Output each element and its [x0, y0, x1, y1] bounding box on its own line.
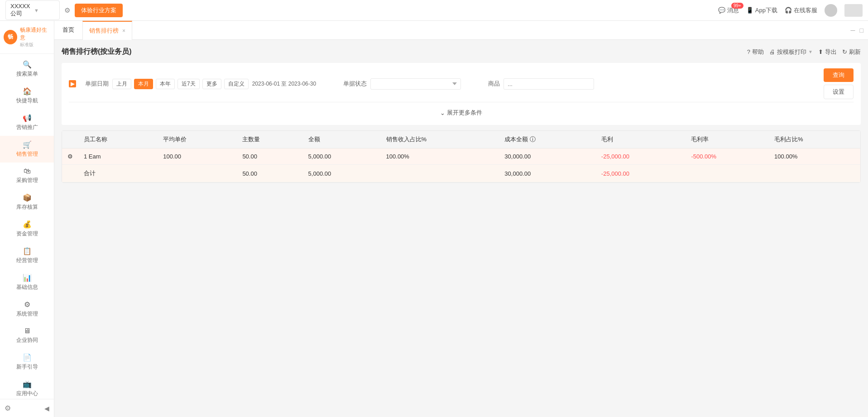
date-btn-更多[interactable]: 更多	[202, 79, 221, 89]
refresh-button[interactable]: ↻ 刷新	[842, 48, 861, 56]
sidebar-item-采购管理[interactable]: 🛍采购管理	[0, 163, 54, 189]
nav-icon-9: ⚙	[24, 300, 30, 309]
app-download-button[interactable]: 📱 App下载	[746, 6, 777, 14]
sidebar-item-库存核算[interactable]: 📦库存核算	[0, 189, 54, 216]
message-button[interactable]: 💬 消息 99+	[718, 6, 739, 14]
footer-cell-5	[381, 165, 499, 182]
date-btn-自定义[interactable]: 自定义	[224, 79, 249, 89]
user-name-placeholder	[844, 4, 863, 17]
page-content: 销售排行榜(按业务员) ? 帮助 🖨 按模板打印 ▼ ⬆	[54, 40, 868, 417]
tab-minimize-icon[interactable]: ─	[851, 27, 855, 34]
query-button[interactable]: 查询	[824, 68, 854, 82]
sidebar-item-新手引导[interactable]: 📄新手引导	[0, 349, 54, 375]
settings-button[interactable]: 设置	[824, 85, 854, 99]
th-9: 毛利占比%	[769, 131, 860, 149]
sidebar-item-基础信息[interactable]: 📊基础信息	[0, 269, 54, 296]
print-template-button[interactable]: 🖨 按模板打印 ▼	[769, 48, 813, 56]
status-filter: 单据状态	[343, 78, 461, 90]
th-5: 销售收入占比%	[381, 131, 499, 149]
footer-cell-1: 合计	[78, 165, 158, 182]
nav-icon-11: 📄	[23, 353, 32, 362]
footer-cell-7: -25,000.00	[596, 165, 686, 182]
gross-rate-cell: -500.00%	[686, 149, 769, 165]
export-label: 导出	[825, 48, 837, 56]
settings-icon[interactable]: ⚙	[64, 6, 70, 14]
date-btn-近7天[interactable]: 近7天	[177, 79, 200, 89]
settings-bottom-icon[interactable]: ⚙	[5, 404, 11, 412]
nav-label-9: 系统管理	[16, 310, 38, 318]
footer-cell-4: 5,000.00	[303, 165, 381, 182]
export-icon: ⬆	[818, 48, 823, 55]
nav-icon-12: 📺	[23, 380, 32, 388]
table-row: ⚙1 Eam100.0050.005,000.00100.00%30,000.0…	[62, 149, 860, 165]
sidebar-item-搜索菜单[interactable]: 🔍搜索菜单	[0, 56, 54, 82]
sidebar-item-销售管理[interactable]: 🛒销售管理	[0, 136, 54, 163]
status-select[interactable]	[370, 78, 461, 90]
date-filter-label: 单据日期	[85, 80, 109, 88]
footer-cell-8	[686, 165, 769, 182]
data-table: 员工名称平均单价主数量全额销售收入占比%成本全额 ⓘ毛利毛利率毛利占比% ⚙1 …	[62, 131, 860, 182]
table-header: 员工名称平均单价主数量全额销售收入占比%成本全额 ⓘ毛利毛利率毛利占比%	[62, 131, 860, 149]
tab-close-icon[interactable]: ×	[122, 28, 125, 34]
logo-sub-text: 标准版	[20, 42, 50, 48]
tab-sales-ranking[interactable]: 销售排行榜 ×	[82, 21, 132, 40]
nav-icon-7: 📋	[23, 247, 32, 255]
th-8: 毛利率	[686, 131, 769, 149]
expand-more-row: ⌄ 展开更多条件	[69, 102, 854, 120]
date-buttons: 上月本月本年近7天更多自定义	[112, 79, 249, 89]
name-cell: 1 Eam	[78, 149, 158, 165]
nav-icon-3: 🛒	[23, 140, 32, 149]
help-button[interactable]: ? 帮助	[747, 48, 764, 56]
date-btn-上月[interactable]: 上月	[112, 79, 131, 89]
nav-label-6: 资金管理	[16, 230, 38, 238]
expand-more-button[interactable]: ⌄ 展开更多条件	[69, 109, 854, 117]
sidebar-item-资金管理[interactable]: 💰资金管理	[0, 216, 54, 242]
sidebar-item-经营管理[interactable]: 📋经营管理	[0, 242, 54, 269]
query-actions: 查询 设置	[824, 68, 854, 99]
collapse-filter-icon[interactable]: ▶	[69, 80, 76, 87]
nav-label-8: 基础信息	[16, 283, 38, 291]
tab-home[interactable]: 首页	[54, 21, 82, 40]
sidebar-item-快捷导航[interactable]: 🏠快捷导航	[0, 82, 54, 109]
sidebar-item-系统管理[interactable]: ⚙系统管理	[0, 296, 54, 322]
nav-icon-4: 🛍	[24, 167, 31, 175]
header-actions: ? 帮助 🖨 按模板打印 ▼ ⬆ 导出 ↻	[747, 48, 861, 56]
sidebar-item-企业协同[interactable]: 🖥企业协同	[0, 322, 54, 349]
sidebar-bottom: ⚙ ◀	[0, 399, 54, 417]
filter-row-1: ▶ 单据日期 上月本月本年近7天更多自定义 2023-06-01 至 2023-…	[69, 68, 854, 99]
nav-icon-1: 🏠	[23, 87, 32, 96]
date-btn-本年[interactable]: 本年	[156, 79, 175, 89]
nav-label-4: 采购管理	[16, 177, 38, 184]
company-selector[interactable]: XXXXX公司 ▼	[5, 0, 60, 20]
date-filter: 单据日期 上月本月本年近7天更多自定义 2023-06-01 至 2023-06…	[85, 79, 316, 89]
tab-maximize-icon[interactable]: □	[860, 27, 863, 34]
company-name: XXXXX公司	[10, 3, 31, 18]
main-area: 畅 畅康通好生意 标准版 🔍搜索菜单🏠快捷导航📢营销推广🛒销售管理🛍采购管理📦库…	[0, 21, 868, 417]
cost-total-cell: 30,000.00	[499, 149, 596, 165]
logo-image: 畅	[4, 30, 17, 44]
th-7: 毛利	[596, 131, 686, 149]
date-btn-本月[interactable]: 本月	[134, 79, 153, 89]
top-bar: XXXXX公司 ▼ ⚙ 体验行业方案 💬 消息 99+ 📱 App下载 🎧 在线…	[0, 0, 868, 21]
online-service-label: 在线客服	[794, 6, 817, 14]
collapse-sidebar-icon[interactable]: ◀	[44, 405, 49, 412]
try-industry-button[interactable]: 体验行业方案	[75, 4, 123, 17]
goods-input[interactable]	[504, 78, 594, 90]
phone-icon: 📱	[746, 7, 753, 14]
online-service-button[interactable]: 🎧 在线客服	[785, 6, 817, 14]
export-button[interactable]: ⬆ 导出	[818, 48, 837, 56]
sidebar-item-应用中心[interactable]: 📺应用中心	[0, 375, 54, 399]
nav-label-12: 应用中心	[16, 390, 38, 398]
th-1: 员工名称	[78, 131, 158, 149]
footer-cell-3: 50.00	[237, 165, 302, 182]
sidebar-item-营销推广[interactable]: 📢营销推广	[0, 109, 54, 136]
gross-profit-cell: -25,000.00	[596, 149, 686, 165]
sidebar-logo: 畅 畅康通好生意 标准版	[0, 21, 54, 54]
table-container: 员工名称平均单价主数量全额销售收入占比%成本全额 ⓘ毛利毛利率毛利占比% ⚙1 …	[62, 130, 861, 183]
page-title: 销售排行榜(按业务员)	[62, 47, 132, 57]
nav-label-11: 新手引导	[16, 363, 38, 371]
user-avatar[interactable]	[825, 4, 837, 17]
top-bar-actions: 💬 消息 99+ 📱 App下载 🎧 在线客服	[718, 4, 863, 17]
table-header-row: 员工名称平均单价主数量全额销售收入占比%成本全额 ⓘ毛利毛利率毛利占比%	[62, 131, 860, 149]
table-body: ⚙1 Eam100.0050.005,000.00100.00%30,000.0…	[62, 149, 860, 165]
